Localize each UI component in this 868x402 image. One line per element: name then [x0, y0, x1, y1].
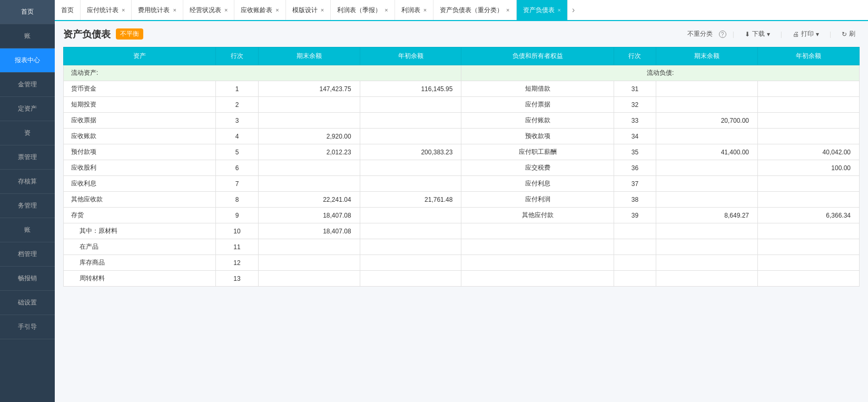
period-end-cell: 22,241.04 — [258, 192, 360, 208]
period-end-cell — [258, 97, 360, 113]
liability-cell: 流动负债: — [461, 65, 860, 81]
liability-name-cell: 应付票据 — [461, 97, 614, 113]
year-start2-cell — [758, 97, 860, 113]
row-num2-cell: 36 — [614, 160, 656, 176]
tab-label: 模版设计 — [292, 6, 318, 15]
sidebar-item-account[interactable]: 账 — [0, 24, 55, 48]
tab-template-design[interactable]: 模版设计 × — [286, 0, 331, 21]
liability-name-cell: 预收款项 — [461, 129, 614, 144]
period-end-cell: 147,423.75 — [258, 81, 360, 97]
table-header-row: 资产 行次 期末余额 年初余额 负债和所有者权益 行次 期末余额 年初余额 — [64, 47, 860, 65]
close-icon[interactable]: × — [384, 7, 388, 13]
close-icon[interactable]: × — [506, 7, 509, 13]
sidebar-item-archive[interactable]: 档管理 — [0, 242, 55, 267]
sidebar-item-task-mgmt[interactable]: 务管理 — [0, 194, 55, 218]
liability-name-cell — [461, 239, 614, 255]
year-start2-cell — [758, 192, 860, 208]
tab-profit-quarterly[interactable]: 利润表（季报） × — [331, 0, 394, 21]
year-start-cell: 200,383.23 — [360, 144, 461, 160]
tab-scroll-right[interactable]: › — [568, 5, 579, 15]
sidebar-item-guide[interactable]: 手引导 — [0, 315, 55, 339]
period-end2-cell — [656, 160, 758, 176]
close-icon[interactable]: × — [321, 7, 324, 13]
unbalanced-badge: 不平衡 — [116, 28, 143, 40]
liability-name-cell: 应付利息 — [461, 176, 614, 192]
year-start2-cell: 40,042.00 — [758, 144, 860, 160]
liability-name-cell: 应付利润 — [461, 192, 614, 208]
tab-home[interactable]: 首页 — [55, 0, 81, 21]
year-start-cell — [360, 239, 461, 255]
row-num-cell: 2 — [216, 97, 258, 113]
sidebar-item-fixed-assets[interactable]: 定资产 — [0, 97, 55, 121]
close-icon[interactable]: × — [122, 7, 125, 13]
page-title: 资产负债表 — [63, 28, 111, 41]
year-start-cell — [360, 129, 461, 144]
sidebar-item-inventory[interactable]: 存核算 — [0, 170, 55, 194]
tab-receivable-age[interactable]: 应收账龄表 × — [234, 0, 285, 21]
year-start-cell: 116,145.95 — [360, 81, 461, 97]
col-row-num: 行次 — [216, 47, 258, 65]
period-end-cell: 2,012.23 — [258, 144, 360, 160]
row-num-cell: 11 — [216, 239, 258, 255]
tab-biz-status[interactable]: 经营状况表 × — [183, 0, 234, 21]
refresh-label: 刷 — [849, 30, 855, 38]
tab-expense-stats[interactable]: 费用统计表 × — [132, 0, 183, 21]
tab-label: 应收账龄表 — [241, 6, 272, 15]
sidebar-item-report-center[interactable]: 报表中心 — [0, 48, 55, 73]
tab-balance-reclassified[interactable]: 资产负债表（重分类） × — [433, 0, 516, 21]
refresh-button[interactable]: ↻ 刷 — [837, 27, 860, 41]
sidebar-item-settings[interactable]: 础设置 — [0, 291, 55, 315]
content-area: 资产负债表 不平衡 不重分类 ? | ⬇ 下载 ▾ | 🖨 打印 ▾ | — [55, 21, 868, 402]
year-start2-cell: 100.00 — [758, 160, 860, 176]
close-icon[interactable]: × — [558, 7, 561, 13]
year-start2-cell — [758, 239, 860, 255]
period-end2-cell: 41,400.00 — [656, 144, 758, 160]
asset-name-cell: 应收票据 — [64, 113, 216, 129]
year-start-cell — [360, 113, 461, 129]
year-start2-cell — [758, 176, 860, 192]
sidebar-item-ledger[interactable]: 账 — [0, 218, 55, 242]
toolbar-right: 不重分类 ? | ⬇ 下载 ▾ | 🖨 打印 ▾ | ↻ 刷 — [687, 27, 860, 41]
row-num2-cell: 38 — [614, 192, 656, 208]
period-end-cell — [258, 255, 360, 271]
row-num2-cell: 33 — [614, 113, 656, 129]
period-end2-cell — [656, 239, 758, 255]
year-start-cell — [360, 97, 461, 113]
table-row: 存货 9 18,407.08 其他应付款 39 8,649.27 6,366.3… — [64, 208, 860, 223]
page-title-area: 资产负债表 不平衡 — [63, 28, 143, 41]
close-icon[interactable]: × — [173, 7, 176, 13]
period-end-cell: 18,407.08 — [258, 223, 360, 239]
period-end2-cell — [656, 129, 758, 144]
table-row: 应收利息 7 应付利息 37 — [64, 176, 860, 192]
asset-name-cell: 库存商品 — [64, 255, 216, 271]
sidebar-item-home[interactable]: 首页 — [0, 0, 55, 24]
close-icon[interactable]: × — [423, 7, 427, 13]
asset-name-cell: 在产品 — [64, 239, 216, 255]
sidebar: 首页 账 报表中心 金管理 定资产 资 票管理 存核算 务管理 账 档管理 畅报… — [0, 0, 55, 402]
row-num2-cell: 32 — [614, 97, 656, 113]
sidebar-item-expense[interactable]: 畅报销 — [0, 267, 55, 291]
period-end-cell: 18,407.08 — [258, 208, 360, 223]
table-row: 流动资产: 流动负债: — [64, 65, 860, 81]
liability-name-cell: 应付职工薪酬 — [461, 144, 614, 160]
col-liability-equity: 负债和所有者权益 — [461, 47, 614, 65]
period-end2-cell — [656, 223, 758, 239]
tab-payable-stats[interactable]: 应付统计表 × — [81, 0, 132, 21]
col-row-num2: 行次 — [614, 47, 656, 65]
close-icon[interactable]: × — [224, 7, 228, 13]
row-num-cell: 4 — [216, 129, 258, 144]
year-start2-cell — [758, 129, 860, 144]
help-icon[interactable]: ? — [719, 31, 726, 38]
download-button[interactable]: ⬇ 下载 ▾ — [741, 27, 774, 41]
print-button[interactable]: 🖨 打印 ▾ — [788, 27, 823, 41]
tab-balance-sheet[interactable]: 资产负债表 × — [517, 0, 568, 21]
refresh-icon: ↻ — [842, 31, 847, 38]
sidebar-item-investment[interactable]: 资 — [0, 121, 55, 145]
row-num-cell: 9 — [216, 208, 258, 223]
table-row: 在产品 11 — [64, 239, 860, 255]
close-icon[interactable]: × — [275, 7, 279, 13]
period-end2-cell — [656, 271, 758, 287]
sidebar-item-fund-mgmt[interactable]: 金管理 — [0, 73, 55, 97]
tab-profit[interactable]: 利润表 × — [395, 0, 433, 21]
sidebar-item-ticket-mgmt[interactable]: 票管理 — [0, 145, 55, 170]
